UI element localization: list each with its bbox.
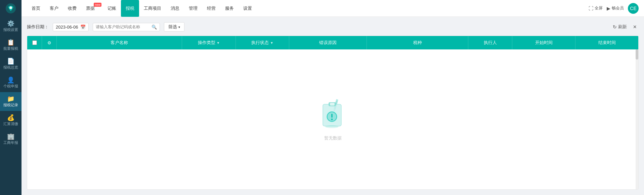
sort-icon-status: ▼: [270, 41, 273, 45]
search-input[interactable]: [96, 25, 149, 29]
date-picker[interactable]: 2023-06-06 📅: [53, 23, 89, 31]
toolbar: 操作日期： 2023-06-06 📅 🔍 筛选 ▾ ↻ 刷新: [27, 22, 639, 32]
nav-baoshui[interactable]: 报税: [121, 0, 139, 17]
th-error-reason: 错误原因: [289, 36, 367, 49]
app-logo: [0, 0, 22, 17]
content-area: 操作日期： 2023-06-06 📅 🔍 筛选 ▾ ↻ 刷新: [22, 17, 644, 195]
svg-rect-11: [331, 114, 333, 118]
sidebar-item-piliang-baoshui[interactable]: 📋 批量报税: [0, 36, 22, 54]
filter-button[interactable]: 筛选 ▾: [164, 22, 184, 32]
th-executor: 执行人: [468, 36, 512, 49]
nav-guanli[interactable]: 管理: [184, 0, 202, 17]
play-icon: ▶: [607, 6, 610, 11]
sort-icon-op-type: ▼: [217, 41, 220, 45]
nav-shoufei[interactable]: 收费: [63, 0, 81, 17]
nav-fuwu[interactable]: 服务: [220, 0, 239, 17]
th-checkbox: [27, 36, 42, 49]
scroll-thumb: [636, 49, 638, 60]
settings-icon: ⚙️: [7, 21, 14, 27]
user-avatar[interactable]: CE: [628, 3, 639, 14]
th-start-time: 开始时间: [512, 36, 575, 49]
svg-point-13: [325, 125, 339, 128]
nav-home[interactable]: 首页: [27, 0, 45, 17]
person-icon: 👤: [7, 77, 14, 83]
empty-text: 暂无数据: [324, 135, 342, 141]
fullscreen-icon: ⛶: [589, 6, 593, 11]
svg-rect-8: [330, 103, 335, 106]
nav-customer[interactable]: 客户: [45, 0, 63, 17]
nav-piaoju[interactable]: 票据 new: [81, 0, 103, 17]
nav-gongshang[interactable]: 工商项目: [139, 0, 166, 17]
sidebar-item-baoshui-zonlan[interactable]: 📄 报税总览: [0, 54, 22, 73]
nav-xiaoxi[interactable]: 消息: [166, 0, 184, 17]
sidebar-item-huisuan-qingsuan[interactable]: 💰 汇算清缴: [0, 111, 22, 130]
member-button[interactable]: ▶ 畅会员: [607, 5, 624, 11]
th-customer-name: 客户名称: [57, 36, 182, 49]
data-table: ⚙ 客户名称 操作类型 ▼ 执行状态 ▼ 错误原因: [27, 36, 639, 190]
select-all-checkbox[interactable]: [32, 40, 37, 45]
date-label: 操作日期：: [27, 24, 49, 30]
main-content: 首页 客户 收费 票据 new 记账 报税 工商项目 消息 管理 经营: [22, 0, 644, 195]
nav-badge-new: new: [94, 3, 101, 7]
top-navigation: 首页 客户 收费 票据 new 记账 报税 工商项目 消息 管理 经营: [22, 0, 644, 17]
close-button[interactable]: ×: [631, 23, 639, 31]
nav-jizhang[interactable]: 记账: [103, 0, 121, 17]
page-area: 操作日期： 2023-06-06 📅 🔍 筛选 ▾ ↻ 刷新: [22, 17, 644, 195]
svg-point-12: [331, 119, 333, 120]
building-icon: 🏢: [7, 133, 14, 140]
th-gear[interactable]: ⚙: [42, 36, 57, 49]
money-icon: 💰: [7, 115, 14, 121]
table-body-empty: 暂无数据: [27, 49, 638, 189]
sidebar-item-gongshang-nianbao[interactable]: 🏢 工商年报: [0, 130, 22, 149]
search-icon: 🔍: [152, 25, 157, 30]
sidebar-item-geshuishenbao[interactable]: 👤 个税申报: [0, 73, 22, 92]
sidebar-item-baoshui-jilu[interactable]: 📁 报税记录: [0, 92, 22, 111]
sidebar: ⚙️ 报税设置 📋 批量报税 📄 报税总览 👤 个税申报 📁 报税记录 💰 汇算…: [0, 0, 22, 195]
empty-state-icon: [318, 98, 348, 131]
chevron-down-icon: ▾: [178, 25, 180, 29]
gear-icon: ⚙: [47, 40, 51, 45]
nav-jingying[interactable]: 经营: [202, 0, 220, 17]
nav-right-area: ⛶ 全屏 ▶ 畅会员 CE: [589, 3, 639, 14]
table-header: ⚙ 客户名称 操作类型 ▼ 执行状态 ▼ 错误原因: [27, 36, 638, 49]
nav-shezhi[interactable]: 设置: [239, 0, 257, 17]
batch-icon: 📋: [7, 39, 14, 45]
record-icon: 📁: [7, 96, 14, 102]
fullscreen-button[interactable]: ⛶ 全屏: [589, 5, 603, 11]
th-tax-type: 税种: [367, 36, 468, 49]
th-status[interactable]: 执行状态 ▼: [236, 36, 290, 49]
th-end-time: 结束时间: [575, 36, 638, 49]
scroll-indicator[interactable]: [636, 49, 638, 189]
overview-icon: 📄: [7, 58, 14, 64]
calendar-icon: 📅: [80, 25, 86, 30]
search-box[interactable]: 🔍: [93, 23, 160, 31]
refresh-icon: ↻: [613, 24, 617, 30]
sidebar-item-baoshui-shezhi[interactable]: ⚙️ 报税设置: [0, 17, 22, 36]
refresh-button[interactable]: ↻ 刷新: [613, 24, 627, 30]
svg-point-1: [9, 6, 12, 9]
th-op-type[interactable]: 操作类型 ▼: [182, 36, 236, 49]
